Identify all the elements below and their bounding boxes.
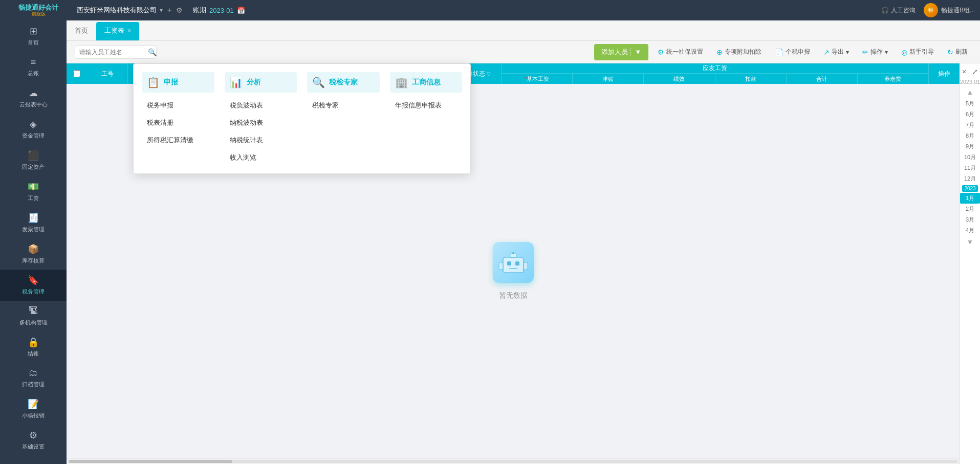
sidebar-label: 归档管理 bbox=[22, 381, 45, 388]
select-all-checkbox[interactable] bbox=[73, 70, 80, 77]
month-item-10[interactable]: 10月 bbox=[960, 152, 980, 163]
menu-item-income-browse[interactable]: 收入浏览 bbox=[225, 150, 297, 165]
menu-item-tax-burden[interactable]: 税负波动表 bbox=[225, 98, 297, 113]
sidebar-item-inventory[interactable]: 📦 库存核算 bbox=[0, 238, 67, 270]
section-items-analysis: 税负波动表 纳税波动表 纳税统计表 收入浏览 bbox=[225, 98, 297, 165]
sidebar: ⊞ 首页 ≡ 总账 ☁ 云报表中心 ◈ 资金管理 ⬛ 固定资产 💵 工资 🧾 发… bbox=[0, 20, 67, 464]
month-item-9[interactable]: 9月 bbox=[960, 141, 980, 152]
settings-icon[interactable]: ⚙ bbox=[176, 6, 183, 14]
sidebar-item-salary[interactable]: 💵 工资 bbox=[0, 176, 67, 207]
action-social-security[interactable]: ⚙ 统一社保设置 bbox=[654, 46, 707, 58]
search-icon[interactable]: 🔍 bbox=[148, 48, 157, 56]
dropdown-sections: 📋 申报 税务申报 税表清册 所得税汇算清缴 📊 分析 bbox=[142, 72, 462, 165]
month-item-1-current[interactable]: 1月 bbox=[960, 193, 980, 204]
sidebar-item-archive[interactable]: 🗂 归档管理 bbox=[0, 363, 67, 393]
action-special-deduct[interactable]: ⊕ 专项附加扣除 bbox=[712, 46, 766, 58]
dropdown-menu[interactable]: 📋 申报 税务申报 税表清册 所得税汇算清缴 📊 分析 bbox=[133, 63, 471, 174]
search-wrapper[interactable]: 🔍 bbox=[75, 46, 157, 59]
filter-icon[interactable]: ▽ bbox=[487, 71, 491, 77]
sidebar-item-ledger[interactable]: ≡ 总账 bbox=[0, 52, 67, 82]
action-export[interactable]: ↗ 导出 ▾ bbox=[819, 46, 853, 58]
close-panel-icon[interactable]: × bbox=[962, 68, 966, 76]
action-new-guide[interactable]: ◎ 新手引导 bbox=[897, 46, 938, 58]
multi-org-icon: 🏗 bbox=[29, 306, 38, 317]
company-name: 西安虾米网络科技有限公司 bbox=[77, 6, 157, 15]
month-item-5[interactable]: 5月 bbox=[960, 98, 980, 109]
th-id: 工号 bbox=[87, 63, 128, 84]
scroll-up-icon[interactable]: ▲ bbox=[965, 86, 976, 98]
user-area[interactable]: 畅 畅捷通B组... bbox=[924, 3, 975, 17]
month-item-11[interactable]: 11月 bbox=[960, 163, 980, 173]
sidebar-item-cloud-report[interactable]: ☁ 云报表中心 bbox=[0, 82, 67, 114]
dropdown-section-declaration: 📋 申报 税务申报 税表清册 所得税汇算清缴 bbox=[142, 72, 214, 165]
sidebar-item-close-account[interactable]: 🔒 结账 bbox=[0, 332, 67, 363]
salary-icon: 💵 bbox=[28, 181, 39, 192]
sidebar-label: 结账 bbox=[28, 350, 39, 358]
sidebar-item-basic-settings[interactable]: ⚙ 基础设置 bbox=[0, 425, 67, 456]
add-person-button[interactable]: 添加人员 ▼ bbox=[594, 44, 648, 60]
add-company-icon[interactable]: ＋ bbox=[166, 6, 173, 15]
period-label: 账期 bbox=[193, 6, 206, 15]
sidebar-item-xiao-report[interactable]: 📝 小畅报销 bbox=[0, 393, 67, 425]
tax-icon: 🔖 bbox=[28, 275, 39, 286]
month-item-4[interactable]: 4月 bbox=[960, 225, 980, 236]
xiao-report-icon: 📝 bbox=[28, 399, 39, 410]
month-item-3[interactable]: 3月 bbox=[960, 214, 980, 225]
tab-close-icon[interactable]: × bbox=[127, 27, 131, 34]
sidebar-item-multi-org[interactable]: 🏗 多机构管理 bbox=[0, 301, 67, 332]
svg-rect-1 bbox=[507, 261, 511, 266]
action-label: 专项附加扣除 bbox=[725, 48, 761, 56]
th-total: 合计 bbox=[787, 74, 858, 84]
add-person-dropdown-icon[interactable]: ▼ bbox=[630, 48, 641, 56]
svg-rect-0 bbox=[503, 257, 524, 273]
calendar-icon[interactable]: 📅 bbox=[237, 7, 245, 14]
menu-item-annual-report[interactable]: 年报信息申报表 bbox=[390, 98, 463, 113]
section-title-tax-expert: 税检专家 bbox=[329, 78, 358, 87]
th-operation: 操作 bbox=[929, 63, 960, 84]
horizontal-scrollbar[interactable] bbox=[67, 458, 960, 464]
action-operation[interactable]: ✏ 操作 ▾ bbox=[858, 46, 892, 58]
tab-home[interactable]: 首页 bbox=[67, 22, 96, 40]
sidebar-label: 资金管理 bbox=[22, 132, 45, 140]
period-value: 2023-01 bbox=[209, 7, 234, 14]
sidebar-item-new-guide[interactable]: ▷ 新手引导 bbox=[0, 456, 67, 464]
sidebar-label: 发票管理 bbox=[22, 226, 45, 233]
scroll-down-icon[interactable]: ▼ bbox=[965, 236, 976, 248]
chevron-down-icon[interactable]: ▾ bbox=[160, 7, 163, 14]
add-person-label: 添加人员 bbox=[601, 48, 628, 57]
guide-icon: ◎ bbox=[901, 48, 907, 56]
export-icon: ↗ bbox=[823, 48, 830, 56]
th-performance: 绩效 bbox=[644, 74, 715, 84]
expand-panel-icon[interactable]: ⤢ bbox=[972, 68, 978, 76]
menu-item-tax-stats[interactable]: 纳税统计表 bbox=[225, 132, 297, 148]
sidebar-item-fund[interactable]: ◈ 资金管理 bbox=[0, 114, 67, 145]
sidebar-item-tax[interactable]: 🔖 税务管理 bbox=[0, 270, 67, 301]
tab-salary[interactable]: 工资表 × bbox=[96, 22, 139, 40]
header-right: 🎧 人工咨询 畅 畅捷通B组... bbox=[881, 3, 975, 17]
month-item-7[interactable]: 7月 bbox=[960, 120, 980, 130]
sidebar-item-asset[interactable]: ⬛ 固定资产 bbox=[0, 145, 67, 176]
tax-report-icon: 📄 bbox=[775, 48, 783, 56]
month-item-2[interactable]: 2月 bbox=[960, 204, 980, 214]
archive-icon: 🗂 bbox=[29, 368, 38, 379]
sidebar-item-invoice[interactable]: 🧾 发票管理 bbox=[0, 207, 67, 238]
month-item-12[interactable]: 12月 bbox=[960, 173, 980, 184]
menu-item-income-tax-settlement[interactable]: 所得税汇算清缴 bbox=[142, 132, 214, 148]
menu-item-tax-schedule[interactable]: 税表清册 bbox=[142, 115, 214, 130]
service-button[interactable]: 🎧 人工咨询 bbox=[881, 6, 916, 15]
sidebar-item-home[interactable]: ⊞ 首页 bbox=[0, 20, 67, 52]
action-tax-report[interactable]: 📄 个税申报 bbox=[771, 46, 814, 58]
th-id-label: 工号 bbox=[101, 70, 114, 78]
menu-item-tax-payment[interactable]: 纳税波动表 bbox=[225, 115, 297, 130]
search-input[interactable] bbox=[79, 49, 146, 56]
menu-item-tax-check[interactable]: 税检专家 bbox=[307, 98, 380, 113]
scrollbar-thumb[interactable] bbox=[69, 460, 232, 463]
month-item-8[interactable]: 8月 bbox=[960, 130, 980, 141]
scrollbar-track[interactable] bbox=[69, 460, 957, 463]
analysis-icon: 📊 bbox=[230, 76, 243, 89]
section-header-declaration: 📋 申报 bbox=[142, 72, 214, 93]
month-item-6[interactable]: 6月 bbox=[960, 109, 980, 120]
user-label: 畅捷通B组... bbox=[941, 6, 975, 15]
menu-item-tax-declaration[interactable]: 税务申报 bbox=[142, 98, 214, 113]
action-refresh[interactable]: ↻ 刷新 bbox=[943, 46, 972, 58]
